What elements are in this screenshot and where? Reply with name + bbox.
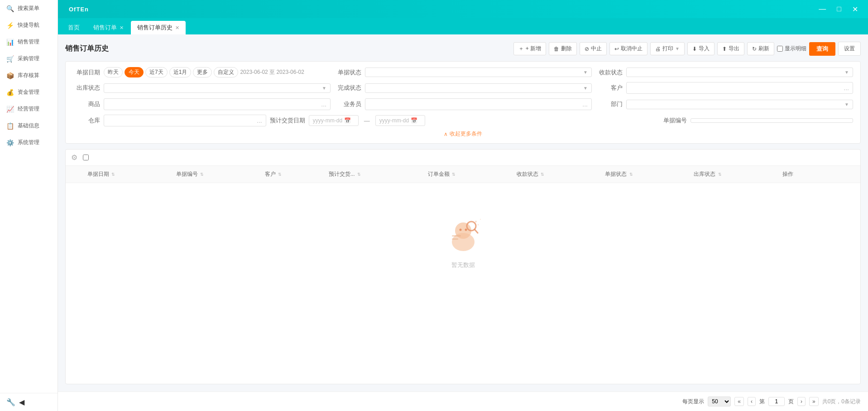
- col-order-status[interactable]: 单据状态 ⇅: [599, 166, 688, 183]
- tab-sales-order-close[interactable]: ✕: [120, 25, 124, 31]
- department-chevron: ▼: [844, 102, 849, 107]
- order-number-input[interactable]: [691, 118, 853, 123]
- quick-nav-icon: ⚡: [6, 22, 14, 29]
- col-action: 操作: [777, 166, 860, 183]
- tab-home[interactable]: 首页: [62, 21, 86, 34]
- page-label-suffix: 页: [788, 398, 794, 406]
- empty-text: 暂无数据: [451, 261, 475, 269]
- date-range-display: 2023-06-02 至 2023-06-02: [240, 68, 304, 76]
- print-button[interactable]: 🖨 打印 ▼: [650, 42, 685, 55]
- date-custom[interactable]: 自定义: [214, 67, 238, 77]
- refresh-button[interactable]: ↻ 刷新: [747, 42, 774, 55]
- stop-icon: ⊘: [585, 46, 589, 52]
- settings-button[interactable]: 设置: [838, 42, 861, 56]
- date-1month[interactable]: 近1月: [169, 67, 192, 77]
- complete-status-select[interactable]: ▼: [365, 83, 592, 93]
- sidebar-item-purchase[interactable]: 🛒 采购管理: [0, 50, 58, 67]
- svg-point-8: [475, 221, 477, 222]
- sidebar-item-operations[interactable]: 📈 经营管理: [0, 101, 58, 117]
- sidebar-item-quick-nav[interactable]: ⚡ 快捷导航: [0, 17, 58, 34]
- date-more[interactable]: 更多: [193, 67, 212, 77]
- tab-sales-order[interactable]: 销售订单 ✕: [87, 21, 130, 34]
- delivery-date-end[interactable]: yyyy-mm-dd 📅: [375, 115, 425, 126]
- svg-point-10: [480, 219, 481, 220]
- goods-label: 商品: [73, 100, 100, 108]
- col-customer[interactable]: 客户 ⇅: [259, 166, 323, 183]
- new-icon: ＋: [518, 45, 524, 53]
- sort-icon-order-status: ⇅: [629, 172, 633, 177]
- order-status-select[interactable]: ▼: [365, 68, 592, 77]
- department-select[interactable]: ▼: [626, 100, 853, 109]
- first-page-button[interactable]: «: [734, 397, 744, 406]
- page-number-input[interactable]: [768, 397, 785, 406]
- sidebar-item-sales[interactable]: 📊 销售管理: [0, 34, 58, 50]
- department-label: 部门: [595, 100, 623, 108]
- print-chevron-icon: ▼: [675, 46, 680, 51]
- col-payment-status[interactable]: 收款状态 ⇅: [511, 166, 600, 183]
- date-yesterday[interactable]: 昨天: [104, 67, 123, 77]
- table-settings-icon[interactable]: ⚙: [71, 153, 77, 162]
- minimize-button[interactable]: —: [816, 4, 829, 14]
- stop-button[interactable]: ⊘ 中止: [580, 42, 607, 55]
- date-label: 单据日期: [73, 68, 100, 77]
- tab-sales-order-history[interactable]: 销售订单历史 ✕: [131, 21, 186, 34]
- salesperson-ellipsis: ...: [582, 101, 588, 108]
- sidebar-item-basic-info[interactable]: 📋 基础信息: [0, 117, 58, 134]
- sidebar-item-inventory[interactable]: 📦 库存核算: [0, 67, 58, 84]
- svg-rect-7: [452, 238, 458, 240]
- export-button[interactable]: ⬆ 导出: [717, 42, 744, 55]
- delivery-date-label: 预计交货日期: [270, 116, 305, 125]
- display-detail-checkbox[interactable]: 显示明细: [777, 45, 806, 53]
- inventory-icon: 📦: [6, 72, 14, 79]
- collapse-up-icon: ∧: [444, 131, 448, 137]
- col-amount[interactable]: 订单金额 ⇅: [422, 166, 511, 183]
- maximize-button[interactable]: □: [834, 4, 844, 14]
- date-today[interactable]: 今天: [125, 67, 144, 77]
- col-date[interactable]: 单据日期 ⇅: [82, 166, 171, 183]
- sidebar-item-finance[interactable]: 💰 资金管理: [0, 84, 58, 101]
- settings-bottom-icon[interactable]: 🔧: [6, 398, 15, 406]
- goods-input[interactable]: ...: [104, 98, 331, 110]
- svg-point-9: [477, 224, 479, 226]
- next-page-button[interactable]: ›: [797, 397, 806, 406]
- date-7days[interactable]: 近7天: [145, 67, 168, 77]
- svg-rect-6: [452, 235, 461, 237]
- customer-input[interactable]: ...: [626, 82, 853, 94]
- payment-status-select[interactable]: ▼: [626, 68, 853, 77]
- col-stock-status[interactable]: 出库状态 ⇅: [688, 166, 777, 183]
- import-button[interactable]: ⬇ 导入: [687, 42, 715, 55]
- order-status-chevron: ▼: [583, 70, 588, 75]
- sort-icon-payment: ⇅: [541, 172, 544, 177]
- delete-button[interactable]: 🗑 删除: [549, 42, 577, 55]
- sidebar-item-search[interactable]: 🔍 搜索菜单: [0, 0, 58, 17]
- prev-page-button[interactable]: ‹: [748, 397, 756, 406]
- empty-state: 暂无数据: [66, 183, 860, 296]
- delivery-date-start[interactable]: yyyy-mm-dd 📅: [309, 115, 359, 126]
- cancel-stop-button[interactable]: ↩ 取消中止: [609, 42, 647, 55]
- query-button[interactable]: 查询: [809, 42, 835, 56]
- page-label-prefix: 第: [759, 398, 765, 406]
- operations-icon: 📈: [6, 106, 14, 113]
- collapse-filter-button[interactable]: ∧ 收起更多条件: [444, 130, 482, 138]
- export-icon: ⬆: [722, 46, 727, 52]
- order-number-label: 单据编号: [660, 116, 687, 125]
- collapse-sidebar-icon[interactable]: ◀: [19, 398, 24, 406]
- date-separator: —: [364, 117, 370, 124]
- page-size-select[interactable]: 10 20 50 100: [708, 396, 731, 406]
- tab-history-close[interactable]: ✕: [175, 25, 179, 31]
- last-page-button[interactable]: »: [809, 397, 819, 406]
- stock-out-select[interactable]: ▼: [104, 83, 331, 93]
- col-number[interactable]: 单据编号 ⇅: [171, 166, 259, 183]
- detail-checkbox-input[interactable]: [777, 46, 783, 52]
- select-all-checkbox[interactable]: [83, 155, 89, 160]
- col-delivery[interactable]: 预计交货... ⇅: [323, 166, 422, 183]
- order-status-label: 单据状态: [334, 68, 361, 77]
- close-button[interactable]: ✕: [849, 4, 861, 15]
- complete-status-chevron: ▼: [583, 86, 588, 91]
- salesperson-input[interactable]: ...: [365, 98, 592, 110]
- sidebar-item-system[interactable]: ⚙️ 系统管理: [0, 134, 58, 151]
- new-button[interactable]: ＋ + 新增: [513, 42, 546, 55]
- calendar-start-icon: 📅: [344, 117, 351, 124]
- svg-line-5: [475, 229, 478, 233]
- warehouse-input[interactable]: ...: [104, 115, 266, 126]
